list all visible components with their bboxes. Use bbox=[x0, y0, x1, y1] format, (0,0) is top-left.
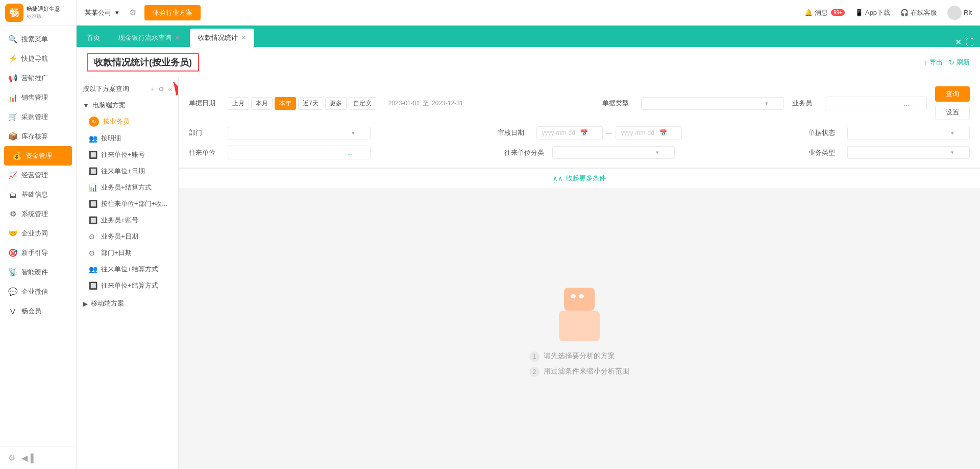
scheme-item-partner-account[interactable]: 🔲 往来单位+账号 bbox=[77, 147, 178, 163]
date-btn-custom[interactable]: 自定义 bbox=[349, 97, 376, 110]
tab-expand-button[interactable]: ⛶ bbox=[966, 38, 974, 47]
export-icon: ↑ bbox=[924, 59, 928, 66]
sidebar-item-inventory[interactable]: 📦 库存核算 bbox=[0, 127, 76, 146]
scheme-item-dept-date[interactable]: ⊙ 部门+日期 bbox=[77, 245, 178, 261]
right-panel: 单据日期 上月 本月 本年 近7天 更多 自定义 2023-01-01 至 bbox=[179, 78, 980, 469]
sidebar-item-marketing[interactable]: 📢 营销推广 bbox=[0, 68, 76, 88]
tab-close-all-button[interactable]: ✕ bbox=[955, 37, 962, 47]
date-btn-this-year[interactable]: 本年 bbox=[275, 97, 296, 110]
partner-label: 往来单位 bbox=[189, 148, 219, 157]
partner-category-select[interactable]: ▾ bbox=[552, 146, 675, 159]
scheme-item-partner-dept[interactable]: 🔲 按往来单位+部门+收... bbox=[77, 196, 178, 212]
scheme-settings-button[interactable]: ⚙ bbox=[158, 85, 164, 93]
topbar-right: 🔔 消息 99+ 📱 App下载 🎧 在线客服 Rit bbox=[804, 6, 972, 20]
calendar-start-icon: 📅 bbox=[580, 129, 588, 136]
partner-date-icon: 🔲 bbox=[89, 167, 97, 175]
refresh-button[interactable]: ↻ 刷新 bbox=[949, 58, 970, 67]
sidebar-item-system[interactable]: ⚙ 系统管理 bbox=[0, 204, 76, 224]
export-button[interactable]: ↑ 导出 bbox=[924, 58, 943, 67]
query-button[interactable]: 查询 bbox=[935, 86, 970, 102]
filter-row-2: 部门 ▾ 审核日期 yyyy-mm-dd 📅 — bbox=[189, 126, 970, 139]
sidebar-item-enterprise[interactable]: 🤝 企业协同 bbox=[0, 224, 76, 243]
logo-icon: 畅 bbox=[5, 4, 23, 22]
notification-item[interactable]: 🔔 消息 99+ bbox=[804, 8, 845, 17]
section-arrow-icon: ▼ bbox=[83, 102, 89, 109]
doc-type-label: 单据类型 bbox=[602, 99, 633, 108]
tab-collection-close[interactable]: ✕ bbox=[241, 34, 246, 41]
sidebar-item-wechat[interactable]: 💬 企业微信 bbox=[0, 282, 76, 301]
scheme-item-salesperson[interactable]: ↻ 按业务员 bbox=[77, 113, 178, 130]
hardware-icon: 📡 bbox=[8, 268, 17, 277]
date-btn-more[interactable]: 更多 bbox=[325, 97, 347, 110]
sidebar-item-finance[interactable]: 💰 资金管理 bbox=[4, 146, 72, 166]
partner-select[interactable]: ... bbox=[228, 146, 371, 159]
sidebar-bottom: ⚙ ◀▐ bbox=[0, 447, 76, 469]
doc-type-select[interactable]: ▾ bbox=[641, 97, 784, 110]
sidebar-collapse-icon[interactable]: ◀▐ bbox=[21, 453, 33, 463]
scheme-item-salesperson-account[interactable]: 🔲 业务员+账号 bbox=[77, 212, 178, 228]
salesperson-more-btn[interactable]: ... bbox=[903, 100, 909, 107]
date-btn-last-month[interactable]: 上月 bbox=[228, 97, 249, 110]
collapse-button[interactable]: ∧∧ 收起更多条件 bbox=[179, 168, 980, 188]
scheme-item-salesperson-date[interactable]: ⊙ 业务员+日期 bbox=[77, 228, 178, 245]
headset-icon: 🎧 bbox=[900, 9, 909, 16]
scheme-item-partner-settlement2[interactable]: 🔲 往来单位+结算方式 bbox=[77, 277, 178, 294]
partner-category-label: 往来单位分类 bbox=[504, 148, 544, 157]
sidebar-item-vip[interactable]: V 畅会员 bbox=[0, 301, 76, 321]
sidebar-item-search[interactable]: 🔍 搜索菜单 bbox=[0, 30, 76, 49]
doc-status-select[interactable]: ▾ bbox=[847, 127, 970, 139]
date-btn-this-month[interactable]: 本月 bbox=[251, 97, 273, 110]
add-scheme-button[interactable]: + bbox=[150, 85, 154, 93]
sidebar-item-purchase[interactable]: 🛒 采购管理 bbox=[0, 107, 76, 127]
sidebar-item-basic[interactable]: 🗂 基础信息 bbox=[0, 185, 76, 204]
sidebar-settings-icon[interactable]: ⚙ bbox=[8, 453, 15, 463]
partner-category-chevron: ▾ bbox=[656, 149, 659, 156]
scheme-item-salesperson-settlement[interactable]: 📊 业务员+结算方式 bbox=[77, 179, 178, 196]
partner-dept-icon: 🔲 bbox=[89, 200, 97, 208]
partner-account-icon: 🔲 bbox=[89, 151, 97, 159]
operation-icon: 📈 bbox=[8, 171, 17, 180]
tab-home[interactable]: 首页 bbox=[79, 29, 108, 47]
tab-bank[interactable]: 现金银行流水查询 ✕ bbox=[110, 29, 188, 47]
tab-bank-close[interactable]: ✕ bbox=[175, 34, 180, 41]
sidebar-item-guide[interactable]: 🎯 新手引导 bbox=[0, 243, 76, 263]
tab-collection[interactable]: 收款情况统计 ✕ bbox=[190, 29, 254, 47]
quicknav-icon: ⚡ bbox=[8, 54, 17, 63]
doc-status-chevron: ▾ bbox=[951, 130, 954, 136]
desktop-scheme-section: ▼ 电脑端方案 ↻ 按业务员 👥 按明细 🔲 往来单位+账号 bbox=[77, 98, 178, 294]
sidebar-item-hardware[interactable]: 📡 智能硬件 bbox=[0, 263, 76, 282]
calendar-end-icon: 📅 bbox=[659, 129, 667, 136]
sidebar-item-sales[interactable]: 📊 销售管理 bbox=[0, 88, 76, 107]
scheme-item-detail[interactable]: 👥 按明细 bbox=[77, 130, 178, 147]
partner-more-btn[interactable]: ... bbox=[347, 149, 353, 156]
dropdown-icon[interactable]: ▾ bbox=[115, 9, 119, 16]
purchase-icon: 🛒 bbox=[8, 112, 17, 122]
detail-icon: 👥 bbox=[89, 134, 97, 143]
panel-collapse-button[interactable]: « bbox=[168, 85, 172, 93]
filter-actions: 查询 设置 bbox=[935, 86, 970, 120]
review-date-end[interactable]: yyyy-mm-dd 📅 bbox=[616, 126, 682, 139]
search-icon: 🔍 bbox=[8, 35, 17, 44]
robot-body bbox=[559, 311, 600, 341]
date-label: 单据日期 bbox=[189, 99, 219, 108]
desktop-section-title[interactable]: ▼ 电脑端方案 bbox=[77, 98, 178, 113]
mobile-section-title[interactable]: ▶ 移动端方案 bbox=[77, 296, 178, 311]
scheme-item-partner-date[interactable]: 🔲 往来单位+日期 bbox=[77, 163, 178, 179]
trial-button[interactable]: 体验行业方案 bbox=[144, 5, 201, 20]
user-item[interactable]: Rit bbox=[947, 6, 972, 20]
logo-text: 畅捷通好生意 bbox=[27, 5, 60, 13]
salesperson-select[interactable]: ... bbox=[825, 97, 927, 110]
sidebar-item-quicknav[interactable]: ⚡ 快捷导航 bbox=[0, 49, 76, 68]
dept-chevron: ▾ bbox=[352, 130, 355, 136]
online-service-item[interactable]: 🎧 在线客服 bbox=[900, 8, 937, 17]
sidebar-item-operation[interactable]: 📈 经营管理 bbox=[0, 166, 76, 185]
topbar-gear-icon[interactable]: ⚙ bbox=[129, 8, 136, 17]
dept-select[interactable]: ▾ bbox=[228, 127, 371, 139]
salesperson-settlement-icon: 📊 bbox=[89, 183, 97, 192]
date-btn-7days[interactable]: 近7天 bbox=[298, 97, 323, 110]
scheme-item-partner-settlement1[interactable]: 👥 往来单位+结算方式 bbox=[77, 261, 178, 277]
setup-button[interactable]: 设置 bbox=[935, 105, 970, 120]
biz-type-select[interactable]: ▾ bbox=[847, 146, 970, 159]
review-date-start[interactable]: yyyy-mm-dd 📅 bbox=[536, 126, 603, 139]
app-download-item[interactable]: 📱 App下载 bbox=[855, 8, 890, 17]
